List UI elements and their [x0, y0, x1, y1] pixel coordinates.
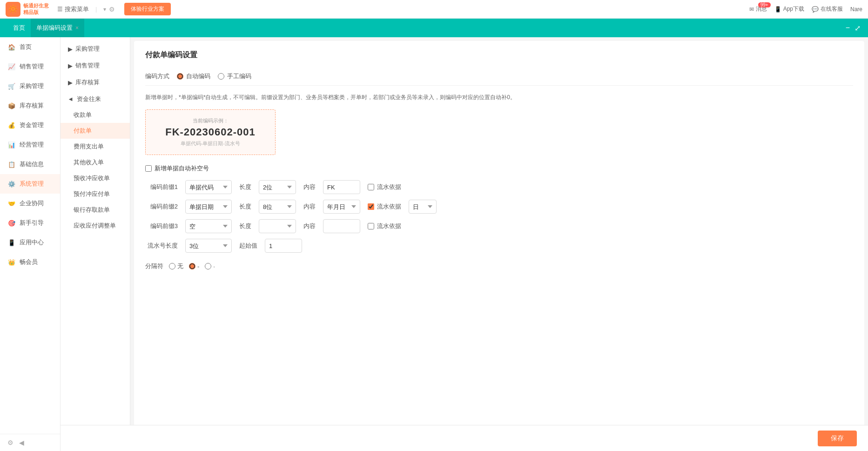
sub-group-inventory: ▶ 库存核算 — [61, 74, 130, 90]
home-tab[interactable]: 首页 — [7, 24, 31, 32]
content2-select[interactable]: 年月日 — [323, 200, 360, 214]
save-button[interactable]: 保存 — [818, 431, 857, 446]
prefix3-select[interactable]: 空 — [185, 219, 232, 233]
start-value-input[interactable] — [265, 239, 302, 253]
sub-group-inventory-title[interactable]: ▶ 库存核算 — [61, 74, 130, 90]
trial-button[interactable]: 体验行业方案 — [124, 3, 171, 15]
online-service-button[interactable]: 💬 在线客服 — [812, 5, 843, 13]
encoding-method-label: 编码方式 — [145, 72, 169, 81]
serial-row: 流水号长度 3位 起始值 — [145, 239, 853, 253]
user-menu[interactable]: Nare — [850, 6, 862, 13]
sidebar-item-system[interactable]: ⚙️ 系统管理 — [0, 174, 60, 194]
message-button[interactable]: ✉ 消息 99+ — [749, 5, 767, 13]
sep-dash-radio[interactable] — [189, 263, 195, 269]
sub-item-other-income[interactable]: 其他收入单 — [61, 155, 130, 170]
sidebar-item-basics[interactable]: 📋 基础信息 — [0, 155, 60, 174]
sidebar-item-member[interactable]: 👑 畅会员 — [0, 252, 60, 272]
minimize-icon[interactable]: − — [846, 24, 850, 33]
stream3-checkbox[interactable] — [368, 223, 374, 229]
sub-group-sales-title[interactable]: ▶ 销售管理 — [61, 58, 130, 74]
sep-none-option[interactable]: 无 — [169, 262, 183, 270]
sub-item-adjustment[interactable]: 应收应付调整单 — [61, 218, 130, 234]
length3-select[interactable] — [259, 219, 296, 233]
message-badge: 99+ — [758, 2, 771, 7]
stream1-checkbox[interactable] — [368, 184, 374, 190]
length1-select[interactable]: 2位 — [259, 180, 296, 194]
sub-item-receipt[interactable]: 收款单 — [61, 107, 130, 123]
sub-item-prepay-payable[interactable]: 预付冲应付单 — [61, 186, 130, 202]
sub-group-purchase-title[interactable]: ▶ 采购管理 — [61, 41, 130, 57]
home-icon: 🏠 — [7, 43, 16, 51]
content3-input[interactable] — [323, 219, 360, 233]
stream2-checkbox[interactable] — [368, 203, 374, 210]
content1-input[interactable] — [323, 180, 360, 194]
sub-item-prepay-receivable[interactable]: 预收冲应收单 — [61, 170, 130, 186]
sub-group-finance: ▼ 资金往来 收款单 付款单 费用支出单 其他收入单 预收冲应收单 预付冲应付单… — [61, 91, 130, 234]
settings-bottom-icon[interactable]: ⚙ — [7, 439, 13, 446]
sidebar-item-appcenter[interactable]: 📱 应用中心 — [0, 233, 60, 252]
stream3-checkbox-row[interactable]: 流水依据 — [368, 222, 401, 230]
page-title: 付款单编码设置 — [145, 50, 853, 60]
prefix3-row: 编码前缀3 空 长度 内容 流水依据 — [145, 219, 853, 233]
save-bar: 保存 — [61, 425, 868, 451]
sub-sidebar: ▶ 采购管理 ▶ 销售管理 ▶ 库存核算 ▼ 资金往来 — [61, 37, 130, 451]
preview-box: 当前编码示例： FK-20230602-001 单据代码-单据日期-流水号 — [145, 109, 276, 155]
maximize-icon[interactable]: ⤢ — [855, 24, 861, 33]
stream2-checkbox-row[interactable]: 流水依据 — [368, 202, 401, 211]
sub-item-bank[interactable]: 银行存取款单 — [61, 202, 130, 218]
sep-dot-radio[interactable] — [205, 263, 211, 269]
sidebar-item-home[interactable]: 🏠 首页 — [0, 37, 60, 57]
content3-label: 内容 — [303, 222, 316, 230]
auto-fill-label: 新增单据自动补空号 — [155, 164, 209, 173]
appcenter-icon: 📱 — [7, 238, 16, 247]
auto-fill-checkbox[interactable] — [145, 165, 152, 172]
active-tab[interactable]: 单据编码设置 × — [31, 19, 84, 37]
sales-icon: 📈 — [7, 62, 16, 71]
manual-encode-radio[interactable] — [218, 73, 224, 80]
search-icon: ☰ — [57, 6, 63, 13]
sub-item-payment[interactable]: 付款单 — [61, 123, 130, 139]
top-bar: 🔆 畅通好生意 精品版 ☰ 搜索菜单 | ▾ ⚙ 体验行业方案 ✉ 消息 99+… — [0, 0, 868, 19]
collapse-icon[interactable]: ◀ — [19, 439, 24, 446]
tab-close-icon[interactable]: × — [75, 25, 79, 31]
separator-row: 分隔符 无 - · — [145, 262, 853, 270]
search-menu-button[interactable]: ☰ 搜索菜单 — [57, 5, 89, 13]
sep-none-radio[interactable] — [169, 263, 175, 269]
preview-label: 当前编码示例： — [157, 117, 264, 124]
sidebar-item-inventory[interactable]: 📦 库存核算 — [0, 96, 60, 115]
manual-encode-option[interactable]: 手工编码 — [218, 72, 251, 81]
sub-group-finance-title[interactable]: ▼ 资金往来 — [61, 91, 130, 107]
sub-group-purchase: ▶ 采购管理 — [61, 41, 130, 57]
chevron-down-icon: ▼ — [67, 96, 74, 102]
preview-desc: 单据代码-单据日期-流水号 — [157, 140, 264, 147]
sidebar-item-enterprise[interactable]: 🤝 企业协同 — [0, 194, 60, 213]
prefix1-select[interactable]: 单据代码 — [185, 180, 232, 194]
sidebar-item-operations[interactable]: 📊 经营管理 — [0, 135, 60, 155]
length2-select[interactable]: 8位 — [259, 200, 296, 214]
sidebar-item-purchase[interactable]: 🛒 采购管理 — [0, 76, 60, 96]
sidebar-item-sales[interactable]: 📈 销售管理 — [0, 57, 60, 76]
auto-encode-option[interactable]: 自动编码 — [177, 72, 210, 81]
serial-length-select[interactable]: 3位 — [185, 239, 232, 253]
system-icon: ⚙️ — [7, 180, 16, 188]
sub-item-expense[interactable]: 费用支出单 — [61, 139, 130, 155]
auto-encode-radio[interactable] — [177, 73, 183, 80]
app-download-button[interactable]: 📱 App下载 — [774, 5, 804, 13]
form-section: 编码前缀1 单据代码 长度 2位 内容 流水依据 — [145, 180, 853, 270]
chevron-right-icon: ▶ — [68, 46, 73, 53]
sep-dot-option[interactable]: · — [205, 263, 215, 270]
stream2-period-select[interactable]: 日 — [409, 200, 437, 214]
finance-icon: 💰 — [7, 121, 16, 129]
settings-icon[interactable]: ⚙ — [109, 6, 115, 13]
prefix2-select[interactable]: 单据日期 — [185, 200, 232, 214]
download-icon: 📱 — [774, 6, 781, 13]
sidebar-item-finance[interactable]: 💰 资金管理 — [0, 115, 60, 135]
sidebar-item-newguide[interactable]: 🎯 新手引导 — [0, 213, 60, 233]
length3-label: 长度 — [239, 222, 251, 230]
sep-dash-option[interactable]: - — [189, 263, 199, 270]
chevron-right-icon-2: ▶ — [68, 62, 73, 69]
auto-fill-row: 新增单据自动补空号 — [145, 164, 853, 173]
stream1-checkbox-row[interactable]: 流水依据 — [368, 183, 401, 191]
main-panel: 付款单编码设置 编码方式 自动编码 手工编码 新增单据时，*单据编码*自动生成，… — [134, 41, 864, 447]
main-layout: 🏠 首页 📈 销售管理 🛒 采购管理 📦 库存核算 💰 资金管理 📊 经营管理 … — [0, 37, 868, 451]
